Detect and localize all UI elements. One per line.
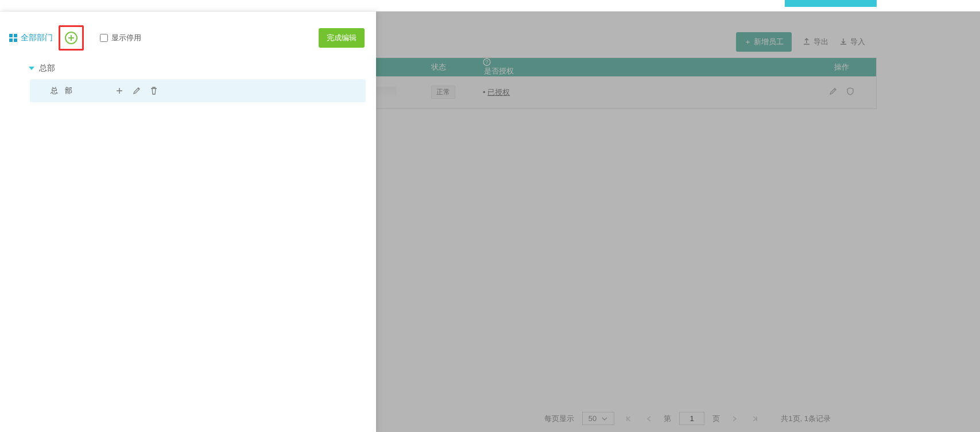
tree-root[interactable]: 总部 — [29, 63, 365, 74]
tree-node-actions — [115, 86, 158, 95]
tree-node-label: 总 部 — [51, 86, 75, 96]
add-department-icon[interactable] — [65, 32, 78, 44]
side-panel-header: 全部部门 显示停用 完成编辑 — [9, 25, 365, 51]
grid-icon — [9, 34, 17, 42]
delete-icon[interactable] — [149, 86, 158, 95]
edit-icon[interactable] — [132, 86, 141, 95]
add-child-icon[interactable] — [115, 86, 124, 95]
show-disabled-input[interactable] — [100, 34, 108, 42]
highlight-box — [59, 25, 84, 51]
finish-edit-button[interactable]: 完成编辑 — [319, 28, 365, 48]
department-tree: 总部 总 部 — [9, 63, 365, 102]
department-side-panel: 全部部门 显示停用 完成编辑 总部 总 部 — [0, 11, 376, 432]
top-bar — [0, 0, 980, 11]
show-disabled-checkbox[interactable]: 显示停用 — [100, 33, 141, 43]
top-bar-accent — [785, 0, 877, 7]
all-departments-button[interactable]: 全部部门 — [9, 33, 53, 43]
tree-root-label: 总部 — [39, 63, 55, 74]
tree-node-selected[interactable]: 总 部 — [30, 79, 366, 102]
caret-down-icon — [29, 67, 34, 70]
all-departments-label: 全部部门 — [21, 33, 53, 43]
show-disabled-label: 显示停用 — [111, 33, 141, 43]
